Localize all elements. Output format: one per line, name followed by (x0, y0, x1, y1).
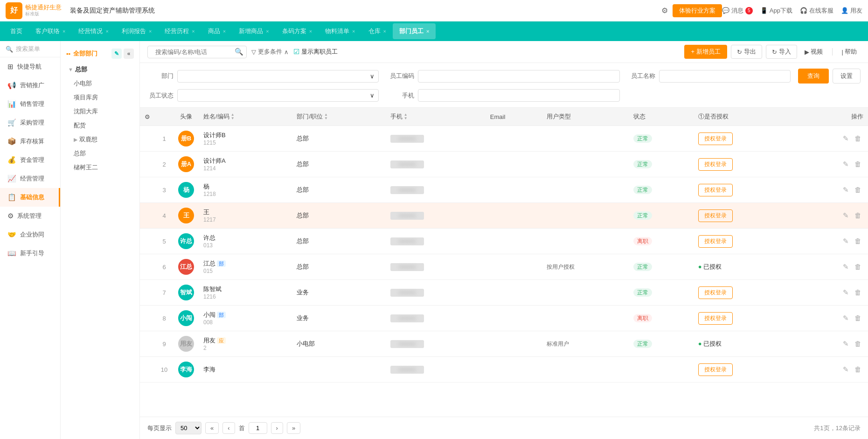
next-page-button[interactable]: › (271, 422, 283, 434)
edit-button[interactable]: ✎ (841, 159, 851, 169)
edit-button[interactable]: ✎ (841, 185, 851, 195)
phone-sort[interactable]: 手机 ▲▼ (390, 112, 408, 121)
query-button[interactable]: 查询 (798, 69, 829, 84)
col-settings[interactable]: ⚙ (140, 108, 155, 126)
edit-button[interactable]: ✎ (841, 262, 851, 272)
employee-name-input[interactable] (659, 70, 791, 83)
first-page-button[interactable]: « (205, 422, 219, 434)
auth-button[interactable]: 授权登录 (698, 158, 733, 171)
per-page-select[interactable]: 50 20 100 (175, 422, 201, 434)
search-menu[interactable]: 🔍 搜索菜单 (0, 41, 60, 57)
sidebar-item-quick-nav[interactable]: ⊞ 快捷导航 (0, 57, 60, 76)
dept-node-pumiu[interactable]: 槠树王二 (61, 160, 139, 174)
employee-name: 李海 (203, 365, 287, 374)
edit-button[interactable]: ✎ (841, 236, 851, 246)
view-button[interactable]: ▶ 视频 (801, 45, 826, 58)
prev-page-button[interactable]: ‹ (222, 422, 235, 434)
phone-input[interactable] (418, 89, 619, 102)
dept-node-zongbu2[interactable]: 总部 (61, 146, 139, 160)
delete-button[interactable]: 🗑 (853, 262, 863, 272)
delete-button[interactable]: 🗑 (853, 313, 863, 323)
message-button[interactable]: 💬 消息 5 (722, 7, 753, 15)
edit-button[interactable]: ✎ (841, 313, 851, 323)
delete-button[interactable]: 🗑 (853, 236, 863, 246)
pagination: 每页显示 50 20 100 « ‹ 首 › » 共1页，12条记录 (140, 417, 868, 439)
delete-button[interactable]: 🗑 (853, 364, 863, 374)
show-resigned-checkbox[interactable]: ☑ 显示离职员工 (293, 48, 338, 56)
nav-tab-bom[interactable]: 物料清单 × (319, 23, 361, 39)
edit-button[interactable]: ✎ (841, 287, 851, 298)
status-select[interactable]: ∨ (177, 89, 379, 102)
col-phone[interactable]: 手机 ▲▼ (386, 108, 486, 126)
dept-node-zongbu-root[interactable]: ▼ 总部 (61, 63, 139, 77)
delete-button[interactable]: 🗑 (853, 287, 863, 297)
col-dept[interactable]: 部门/职位 ▲▼ (292, 108, 385, 126)
nav-tab-home[interactable]: 首页 (4, 23, 29, 39)
import-button[interactable]: ↻ 导入 (766, 45, 797, 59)
experience-button[interactable]: 体验行业方案 (673, 4, 722, 17)
sidebar-item-operations[interactable]: 📈 经营管理 (0, 169, 60, 188)
nav-tab-profit[interactable]: 利润报告 × (115, 23, 158, 39)
name-sort[interactable]: 姓名/编码 ▲▼ (203, 112, 235, 121)
dept-node-xiangmu[interactable]: 项目库房 (61, 91, 139, 105)
nav-tab-employee[interactable]: 部门员工 × (393, 23, 436, 39)
nav-tab-add-goods[interactable]: 新增商品 × (232, 23, 275, 39)
search-button[interactable]: 🔍 (235, 48, 243, 56)
dept-node-shuanglu[interactable]: ▶ 双鹿想 (61, 132, 139, 146)
delete-button[interactable]: 🗑 (853, 185, 863, 195)
dept-node-shenyang[interactable]: 沈阳大库 (61, 105, 139, 118)
nav-tab-warehouse[interactable]: 仓库 × (362, 23, 393, 39)
delete-button[interactable]: 🗑 (853, 210, 863, 220)
search-input[interactable] (151, 46, 235, 58)
edit-button[interactable]: ✎ (841, 364, 851, 375)
dept-node-xiaodianbu[interactable]: 小电部 (61, 77, 139, 91)
delete-button[interactable]: 🗑 (853, 159, 863, 169)
auth-button[interactable]: 授权登录 (698, 363, 733, 376)
col-name[interactable]: 姓名/编码 ▲▼ (199, 108, 292, 126)
dept-collapse-button[interactable]: « (124, 49, 134, 59)
delete-button[interactable]: 🗑 (853, 339, 863, 348)
edit-button[interactable]: ✎ (841, 133, 851, 144)
export-button[interactable]: ↻ 导出 (731, 45, 762, 59)
user-avatar[interactable]: 👤 用友 (841, 7, 862, 15)
col-op-cell: ✎ 🗑 (795, 357, 868, 383)
more-filters-button[interactable]: ▽ 更多条件 ∧ (251, 48, 289, 56)
settings-icon[interactable]: ⚙ (661, 6, 668, 15)
online-service-button[interactable]: 🎧 在线客服 (800, 7, 833, 15)
edit-button[interactable]: ✎ (841, 339, 851, 349)
dept-node-peihuo[interactable]: 配货 (61, 118, 139, 132)
sidebar-item-enterprise[interactable]: 🤝 企业协同 (0, 225, 60, 244)
set-button[interactable]: 设置 (833, 69, 861, 84)
page-number-input[interactable] (249, 422, 267, 434)
help-button[interactable]: | 帮助 (838, 45, 861, 58)
nav-tab-goods[interactable]: 商品 × (201, 23, 232, 39)
table-row: 5 许总 许总 013 总部 •••••••• 离职 授权登录 ✎ 🗑 (140, 229, 868, 254)
sidebar-item-finance[interactable]: 💰 资金管理 (0, 151, 60, 169)
sidebar-item-guide[interactable]: 📖 新手引导 (0, 244, 60, 263)
dept-sort[interactable]: 部门/职位 ▲▼ (297, 112, 328, 121)
sidebar-item-marketing[interactable]: 📢 营销推广 (0, 76, 60, 95)
nav-tab-operations[interactable]: 经营情况 × (72, 23, 115, 39)
nav-tab-history[interactable]: 经营历程 × (158, 23, 201, 39)
edit-button[interactable]: ✎ (841, 210, 851, 221)
dept-edit-button[interactable]: ✎ (111, 49, 122, 59)
sidebar-item-inventory[interactable]: 📦 库存核算 (0, 132, 60, 151)
last-page-button[interactable]: » (287, 422, 300, 434)
auth-button[interactable]: 授权登录 (698, 312, 733, 325)
sidebar-item-basic-info[interactable]: 📋 基础信息 (0, 188, 60, 207)
nav-tab-customer[interactable]: 客户联络 × (29, 23, 72, 39)
nav-tab-barcode[interactable]: 条码方案 × (276, 23, 319, 39)
auth-button[interactable]: 授权登录 (698, 184, 733, 196)
sidebar-item-sales[interactable]: 📊 销售管理 (0, 95, 60, 113)
app-download-button[interactable]: 📱 App下载 (760, 7, 792, 15)
auth-button[interactable]: 授权登录 (698, 235, 733, 248)
dept-select[interactable]: ∨ (177, 70, 379, 83)
add-employee-button[interactable]: + 新增员工 (684, 45, 727, 59)
employee-code-input[interactable] (418, 70, 619, 83)
auth-button[interactable]: 授权登录 (698, 286, 733, 299)
auth-button[interactable]: 授权登录 (698, 132, 733, 145)
sidebar-item-system[interactable]: ⚙ 系统管理 (0, 207, 60, 225)
sidebar-item-purchase[interactable]: 🛒 采购管理 (0, 113, 60, 132)
delete-button[interactable]: 🗑 (853, 133, 863, 143)
auth-button[interactable]: 授权登录 (698, 209, 733, 222)
